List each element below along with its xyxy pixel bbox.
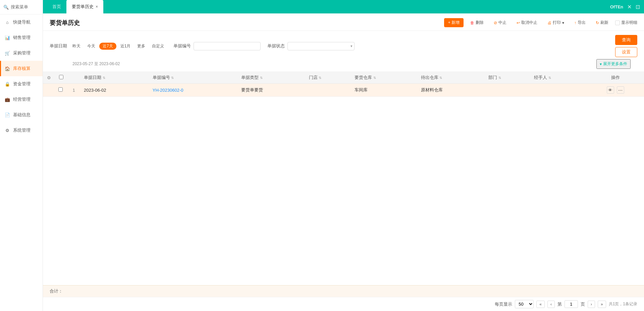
row-more-icon[interactable]: ⋯ [617, 86, 624, 94]
sidebar-item-label: 快捷导航 [13, 19, 31, 25]
sidebar-item-label: 采购管理 [13, 50, 31, 56]
requisition-table: ⚙ 单据日期 单据编号 单据类型 [43, 72, 644, 97]
display-cols-checkbox-icon [615, 20, 620, 25]
date-today-btn[interactable]: 今天 [85, 43, 98, 50]
col-settings: ⚙ [43, 72, 55, 84]
add-button[interactable]: + 新增 [444, 18, 464, 27]
col-handler[interactable]: 经手人 [531, 72, 587, 84]
settings-icon: ⚙ [4, 127, 10, 133]
tab-requisition-history[interactable]: 要货单历史 × [66, 0, 103, 13]
sidebar-item-finance[interactable]: 🔒 资金管理 [0, 76, 43, 92]
row-type-cell: 要货单要货 [238, 84, 305, 97]
col-store[interactable]: 门店 [306, 72, 351, 84]
filter-area: 单据日期 昨天 今天 近7天 近1月 更多 自定义 单据编号 [43, 31, 644, 72]
per-page-select[interactable]: 50 100 200 [515, 300, 534, 308]
row-index-cell: 1 [67, 84, 80, 97]
sidebar-item-inventory[interactable]: 🏠 库存核算 [0, 61, 43, 76]
sidebar-search[interactable]: 🔍 搜索菜单 [0, 0, 43, 14]
top-nav: 首页 要货单历史 × OfTEn ✕ ⊡ [43, 0, 644, 13]
table-footer: 合计： [43, 285, 644, 297]
tab-close-icon[interactable]: × [96, 4, 98, 9]
row-checkbox[interactable] [58, 87, 63, 92]
sidebar-item-sales[interactable]: 📊 销售管理 [0, 30, 43, 45]
row-store-cell [306, 84, 351, 97]
page-title: 要货单历史 [50, 19, 80, 27]
col-req-warehouse[interactable]: 要货仓库 [351, 72, 418, 84]
home-icon: ⌂ [4, 19, 10, 25]
topnav-right-area: OfTEn ✕ ⊡ [610, 4, 640, 10]
filter-doc-number-item: 单据编号 [173, 42, 261, 50]
col-actions: 操作 [587, 72, 644, 84]
settings-gear-icon[interactable]: ⚙ [47, 75, 51, 80]
col-type[interactable]: 单据类型 [238, 72, 305, 84]
per-page-label: 每页显示 [495, 301, 512, 307]
sidebar-item-basic-info[interactable]: 📄 基础信息 [0, 107, 43, 123]
select-all-checkbox[interactable] [59, 75, 63, 79]
suspend-button[interactable]: ⊘ 中止 [490, 18, 510, 27]
tab-home[interactable]: 首页 [47, 0, 66, 13]
refresh-icon: ↻ [596, 20, 599, 25]
display-cols-toggle[interactable]: 显示明细 [615, 20, 637, 26]
page-label: 第 [557, 301, 562, 307]
col-date[interactable]: 单据日期 [80, 72, 149, 84]
table-area: ⚙ 单据日期 单据编号 单据类型 [43, 72, 644, 285]
date-yesterday-btn[interactable]: 昨天 [70, 43, 83, 50]
expand-conditions-btn[interactable]: ▾ 展开更多条件 [596, 59, 631, 69]
row-req-warehouse-cell: 车间库 [351, 84, 418, 97]
query-button[interactable]: 查询 [615, 35, 637, 45]
last-page-btn[interactable]: » [598, 301, 606, 308]
topnav-maximize-btn[interactable]: ⊡ [636, 4, 640, 10]
row-number-cell: YH-20230602-0 [149, 84, 238, 97]
filter-actions-col: 查询 设置 [615, 35, 637, 57]
doc-number-input[interactable] [194, 42, 261, 50]
status-label: 单据状态 [267, 43, 285, 49]
row-number-link[interactable]: YH-20230602-0 [153, 88, 183, 93]
print-button[interactable]: 🖨 打印 ▾ [544, 18, 568, 27]
row-actions-cell: 👁 ⋯ [587, 84, 644, 97]
search-icon: 🔍 [3, 5, 9, 10]
filter-row-main: 单据日期 昨天 今天 近7天 近1月 更多 自定义 单据编号 [50, 35, 637, 57]
table-row: 1 2023-06-02 YH-20230602-0 要货单要货 [43, 84, 644, 97]
sidebar-item-label: 经营管理 [13, 96, 31, 102]
prev-page-btn[interactable]: ‹ [547, 301, 555, 308]
sidebar-item-system[interactable]: ⚙ 系统管理 [0, 123, 43, 138]
brand-label: OfTEn [610, 4, 623, 9]
sidebar-item-purchase[interactable]: 🛒 采购管理 [0, 45, 43, 61]
page-header: 要货单历史 + 新增 🗑 删除 ⊘ 中止 ↩ 取消中止 🖨 打印 [43, 13, 644, 31]
date-custom-btn[interactable]: 自定义 [149, 43, 167, 50]
cancel-suspend-button[interactable]: ↩ 取消中止 [513, 18, 541, 27]
delete-button[interactable]: 🗑 删除 [467, 18, 487, 27]
topnav-close-btn[interactable]: ✕ [627, 4, 632, 10]
tab-home-label: 首页 [52, 4, 61, 10]
date-last-month-btn[interactable]: 近1月 [118, 43, 133, 50]
refresh-button[interactable]: ↻ 刷新 [592, 18, 612, 27]
row-view-icon[interactable]: 👁 [607, 86, 614, 94]
cancel-suspend-icon: ↩ [517, 20, 520, 25]
first-page-btn[interactable]: « [536, 301, 545, 308]
expand-icon: ▾ [600, 62, 602, 66]
doc-icon: 📄 [4, 112, 10, 118]
row-date-cell: 2023-06-02 [80, 84, 149, 97]
sidebar-item-quick-nav[interactable]: ⌂ 快捷导航 [0, 14, 43, 30]
date-filter-label: 单据日期 [50, 43, 67, 49]
next-page-btn[interactable]: › [588, 301, 595, 308]
total-label: 合计： [50, 288, 63, 294]
row-dept-cell [485, 84, 531, 97]
setting-button[interactable]: 设置 [615, 47, 637, 57]
date-buttons: 昨天 今天 近7天 近1月 更多 自定义 [70, 43, 167, 50]
col-dept[interactable]: 部门 [485, 72, 531, 84]
col-pending-warehouse[interactable]: 待出仓库 [418, 72, 485, 84]
sidebar-item-label: 库存核算 [13, 65, 31, 72]
date-more-btn[interactable]: 更多 [135, 43, 148, 50]
page-info: 共1页，1条记录 [609, 301, 637, 307]
row-pending-warehouse-cell: 原材料仓库 [418, 84, 485, 97]
date-last7days-btn[interactable]: 近7天 [99, 43, 116, 50]
doc-number-label: 单据编号 [173, 43, 191, 49]
sidebar-item-label: 销售管理 [13, 35, 31, 41]
export-button[interactable]: ↑ 导出 [571, 18, 589, 27]
sidebar-item-label: 资金管理 [13, 81, 31, 87]
sidebar-item-operation[interactable]: 💼 经营管理 [0, 92, 43, 107]
col-number[interactable]: 单据编号 [149, 72, 238, 84]
status-select[interactable] [287, 42, 355, 50]
page-input[interactable] [565, 300, 578, 308]
